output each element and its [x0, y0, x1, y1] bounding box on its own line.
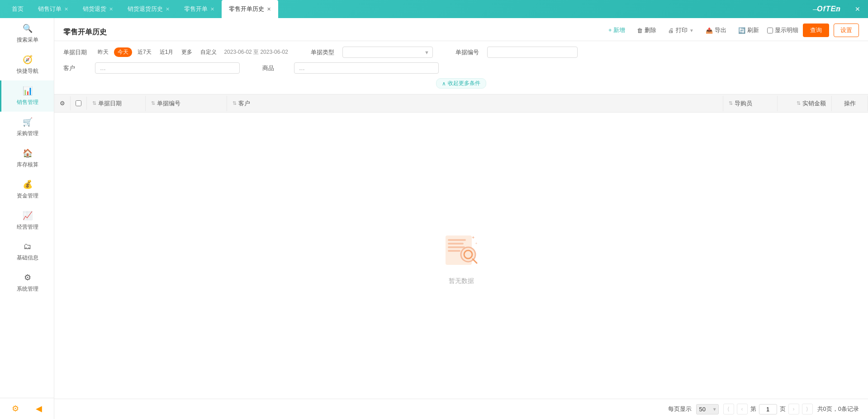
tab-retail-open[interactable]: 零售开单 ✕	[177, 0, 222, 18]
add-button[interactable]: + 新增	[605, 24, 629, 36]
sidebar-item-operation[interactable]: 📈 经营管理	[0, 205, 54, 236]
tab-retail-open-history[interactable]: 零售开单历史 ✕	[222, 0, 278, 18]
page-summary: 共0页，0条记录	[817, 405, 859, 413]
print-arrow-icon: ▼	[689, 28, 694, 33]
display-checkbox-label[interactable]: 显示明细	[767, 26, 798, 34]
page-header: 零售开单历史 + 新增 🗑 删除 🖨 打印 ▼ 📤 导出 🔄	[54, 18, 868, 41]
content-area: 零售开单历史 + 新增 🗑 删除 🖨 打印 ▼ 📤 导出 🔄	[54, 18, 868, 419]
sidebar-item-system[interactable]: ⚙ 系统管理	[0, 267, 54, 298]
doc-number-input[interactable]	[487, 47, 578, 58]
collapse-arrow-icon: ∧	[442, 80, 446, 87]
tab-sales-order[interactable]: 销售订单 ✕	[31, 0, 76, 18]
filter-row-2: 客户 … 商品 …	[63, 62, 859, 74]
date-range: 2023-06-02 至 2023-06-02	[224, 48, 288, 56]
first-page-button[interactable]: ⟨	[723, 404, 734, 414]
print-button[interactable]: 🖨 打印 ▼	[664, 24, 697, 36]
close-icon[interactable]: ✕	[64, 6, 68, 12]
search-icon: 🔍	[23, 24, 33, 33]
th-settings[interactable]: ⚙	[54, 96, 71, 110]
page-size-select[interactable]: 10 20 50 100	[696, 404, 719, 414]
finance-icon: 💰	[23, 179, 33, 189]
page-prefix: 第	[750, 405, 756, 413]
sidebar-item-search[interactable]: 🔍 搜索采单	[0, 18, 54, 49]
page-suffix: 页	[780, 405, 786, 413]
date-btns: 昨天 今天 近7天 近1月 更多 自定义	[95, 47, 219, 57]
query-button[interactable]: 查询	[803, 24, 829, 37]
doc-type-select[interactable]	[342, 47, 433, 58]
date-yesterday[interactable]: 昨天	[95, 47, 111, 57]
page-nav: ⟨ ‹ 第 页 › ⟩	[723, 404, 813, 414]
export-icon: 📤	[706, 27, 713, 34]
th-guide[interactable]: ⇅ 导购员	[723, 96, 778, 111]
sort-icon-customer: ⇅	[232, 100, 237, 106]
svg-rect-1	[448, 239, 466, 241]
refresh-icon: 🔄	[738, 27, 745, 34]
date-more[interactable]: 更多	[179, 47, 195, 57]
date-last7[interactable]: 近7天	[135, 47, 154, 57]
doc-type-select-wrapper: ▼	[342, 47, 433, 58]
sidebar-item-finance[interactable]: 💰 资金管理	[0, 174, 54, 205]
refresh-button[interactable]: 🔄 刷新	[735, 24, 763, 36]
sidebar-item-stock[interactable]: 🏠 库存核算	[0, 143, 54, 174]
last-page-icon: ⟩	[806, 406, 808, 412]
maximize-button[interactable]: □	[826, 0, 847, 18]
collapse-row: ∧ 收起更多条件	[63, 78, 859, 89]
sidebar: 🔍 搜索采单 🧭 快捷导航 📊 销售管理 🛒 采购管理 🏠 库存核算 💰 资金管…	[0, 18, 54, 419]
th-action: 操作	[832, 96, 868, 111]
minimize-button[interactable]: —	[806, 0, 826, 18]
goods-label: 商品	[262, 64, 289, 72]
setting-button[interactable]: 设置	[834, 24, 859, 37]
tab-home[interactable]: 首页	[5, 0, 31, 18]
table-header: ⚙ ⇅ 单据日期 ⇅ 单据编号 ⇅ 客户 ⇅	[54, 94, 868, 113]
close-button[interactable]: ✕	[847, 0, 868, 18]
collapse-button[interactable]: ∧ 收起更多条件	[436, 78, 486, 89]
goods-input[interactable]: …	[294, 62, 439, 74]
th-date[interactable]: ⇅ 单据日期	[87, 96, 146, 111]
empty-illustration: ✦ ✦	[439, 226, 484, 272]
first-page-icon: ⟨	[727, 406, 730, 412]
th-number[interactable]: ⇅ 单据编号	[146, 96, 227, 111]
sidebar-item-purchase[interactable]: 🛒 采购管理	[0, 112, 54, 143]
window-controls: — □ ✕	[806, 0, 868, 18]
select-all-checkbox[interactable]	[76, 100, 81, 106]
close-icon[interactable]: ✕	[166, 6, 170, 12]
close-icon[interactable]: ✕	[210, 6, 214, 12]
page-size-label: 每页显示	[668, 405, 692, 413]
settings-icon[interactable]: ⚙	[12, 404, 19, 414]
date-last-month[interactable]: 近1月	[157, 47, 176, 57]
sidebar-bottom: ⚙ ◀	[0, 398, 54, 419]
th-check[interactable]	[71, 97, 87, 110]
last-page-button[interactable]: ⟩	[802, 404, 813, 414]
customer-input[interactable]: …	[95, 62, 240, 74]
table-area: ⚙ ⇅ 单据日期 ⇅ 单据编号 ⇅ 客户 ⇅	[54, 94, 868, 419]
date-custom[interactable]: 自定义	[198, 47, 219, 57]
sidebar-item-sales[interactable]: 📊 销售管理	[0, 80, 54, 112]
sort-icon-date: ⇅	[92, 100, 96, 106]
sales-icon: 📊	[23, 86, 33, 96]
sidebar-item-nav[interactable]: 🧭 快捷导航	[0, 49, 54, 80]
display-checkbox[interactable]	[767, 28, 773, 33]
sidebar-item-basic[interactable]: 🗂 基础信息	[0, 236, 54, 267]
close-icon[interactable]: ✕	[109, 6, 113, 12]
collapse-icon[interactable]: ◀	[36, 404, 42, 414]
date-today[interactable]: 今天	[114, 47, 132, 57]
th-customer[interactable]: ⇅ 客户	[227, 96, 723, 111]
svg-line-7	[473, 259, 477, 263]
close-icon[interactable]: ✕	[267, 6, 271, 12]
svg-rect-4	[448, 250, 460, 252]
tab-sales-return[interactable]: 销货退货 ✕	[76, 0, 120, 18]
delete-icon: 🗑	[637, 27, 643, 34]
export-button[interactable]: 📤 导出	[702, 24, 730, 36]
tab-sales-return-history[interactable]: 销货退货历史 ✕	[120, 0, 177, 18]
svg-rect-2	[448, 243, 464, 245]
prev-page-button[interactable]: ‹	[737, 404, 748, 414]
th-amount[interactable]: ⇅ 实销金额	[778, 96, 832, 111]
delete-button[interactable]: 🗑 删除	[633, 24, 660, 36]
svg-text:✦: ✦	[475, 242, 478, 245]
next-page-button[interactable]: ›	[788, 404, 799, 414]
doc-type-filter: 单据类型 ▼	[311, 47, 433, 58]
purchase-icon: 🛒	[23, 117, 33, 127]
doc-type-label: 单据类型	[311, 48, 338, 56]
pagination: 每页显示 10 20 50 100 ▼ ⟨ ‹	[54, 399, 868, 419]
page-input[interactable]	[759, 404, 777, 414]
